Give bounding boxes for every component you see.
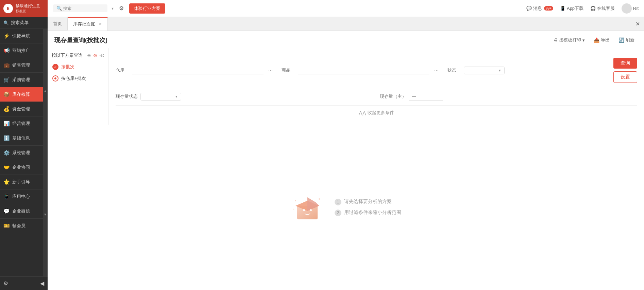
online-service-label: 在线客服 bbox=[597, 5, 615, 12]
scheme-item-batch[interactable]: 按批次 bbox=[48, 61, 108, 73]
tab-home-label: 首页 bbox=[53, 21, 62, 26]
print-label: 按模板打印 bbox=[559, 37, 581, 43]
sidebar-item-newguide[interactable]: 🌟 新手引导 bbox=[0, 175, 43, 189]
scroll-up-arrow[interactable]: ▲ bbox=[43, 29, 48, 153]
print-action-btn[interactable]: 🖨 按模板打印 ▾ bbox=[550, 36, 588, 44]
add-scheme-icon[interactable]: ⊕ bbox=[87, 53, 91, 58]
search-icon: 🔍 bbox=[3, 20, 9, 25]
tip-text-1: 请先选择要分析的方案 bbox=[344, 199, 392, 205]
sidebar-item-marketing[interactable]: 📢 营销推广 bbox=[0, 43, 43, 58]
warehouse-filter-input[interactable] bbox=[132, 66, 264, 74]
sidebar-item-member[interactable]: 🎫 畅会员 bbox=[0, 219, 43, 233]
stock-status-chevron-icon: ▾ bbox=[175, 94, 177, 99]
settings-scheme-icon[interactable]: ⊛ bbox=[93, 53, 97, 58]
scheme-item-warehouse-batch[interactable]: 按仓库+批次 bbox=[48, 73, 108, 84]
tab-close-all-button[interactable]: ✕ bbox=[631, 17, 644, 31]
newguide-icon: 🌟 bbox=[3, 179, 10, 185]
quicknav-icon: ⚡ bbox=[3, 33, 10, 39]
sidebar-item-label: 采购管理 bbox=[12, 77, 30, 83]
sidebar-item-label: 销售管理 bbox=[12, 62, 30, 68]
filter-stock-status-group: 现存量状态 ▾ bbox=[116, 93, 373, 101]
empty-tips: 1 请先选择要分析的方案 2 用过滤条件来缩小分析范围 bbox=[335, 199, 401, 216]
page-header: 现存量查询(按批次) 🖨 按模板打印 ▾ 📤 导出 🔄 刷新 bbox=[48, 31, 644, 48]
svg-point-7 bbox=[293, 209, 294, 210]
sidebar-item-basic[interactable]: ℹ️ 基础信息 bbox=[0, 131, 43, 146]
user-avatar bbox=[622, 3, 632, 14]
main-container: 🔍 ▾ ⚙ 体验行业方案 💬 消息 99+ 📱 App下载 🎧 在线客服 Rit bbox=[48, 0, 644, 290]
scheme-dot-batch bbox=[52, 64, 58, 70]
topbar-chevron-icon[interactable]: ▾ bbox=[112, 6, 114, 11]
sidebar-scroll-arrows: ▲ ▼ bbox=[43, 29, 48, 276]
product-filter-input[interactable] bbox=[298, 66, 429, 74]
empty-state-icon bbox=[290, 191, 324, 224]
sidebar-item-label: 基础信息 bbox=[12, 135, 30, 141]
app-logo: 6 bbox=[3, 4, 13, 13]
sidebar-item-appcenter[interactable]: 📱 应用中心 bbox=[0, 189, 43, 204]
topbar-search-icon: 🔍 bbox=[56, 6, 62, 11]
tip-number-1: 1 bbox=[335, 199, 341, 205]
tab-inventory-batch[interactable]: 库存批次账 ✕ bbox=[68, 17, 108, 31]
scheme-panel-title: 按以下方案查询 bbox=[52, 52, 83, 58]
tab-inventory-batch-label: 库存批次账 bbox=[73, 21, 95, 26]
sidebar-item-inventory[interactable]: 📦 库存核算 bbox=[0, 87, 43, 102]
filter-product-group: 商品 ··· bbox=[282, 66, 441, 74]
sidebar-item-operations[interactable]: 📊 经营管理 bbox=[0, 116, 43, 131]
settings-button[interactable]: 设置 bbox=[613, 71, 637, 83]
svg-point-6 bbox=[319, 198, 320, 200]
collapse-conditions-btn[interactable]: ⋀⋀ 收起更多条件 bbox=[355, 108, 397, 117]
sidebar-item-system[interactable]: ⚙️ 系统管理 bbox=[0, 146, 43, 160]
export-action-btn[interactable]: 📤 导出 bbox=[591, 36, 612, 44]
finance-icon: 💰 bbox=[3, 106, 10, 112]
collapse-sidebar-icon[interactable]: ◀ bbox=[40, 280, 44, 287]
sidebar-header: 6 畅康通好生意 标准版 bbox=[0, 0, 48, 17]
topbar-search-box[interactable]: 🔍 bbox=[53, 4, 107, 12]
trial-industry-button[interactable]: 体验行业方案 bbox=[129, 3, 165, 14]
sidebar-item-label: 经营管理 bbox=[12, 121, 30, 127]
user-name: Rit bbox=[633, 6, 639, 11]
app-download-item[interactable]: 📱 App下载 bbox=[560, 5, 583, 12]
sidebar-item-label: 库存核算 bbox=[12, 91, 30, 97]
product-more-icon[interactable]: ··· bbox=[432, 67, 441, 74]
warehouse-filter-label: 仓库 bbox=[116, 67, 129, 73]
query-button[interactable]: 查询 bbox=[613, 58, 637, 69]
sidebar-search-item[interactable]: 🔍 搜索菜单 bbox=[0, 17, 48, 29]
refresh-action-btn[interactable]: 🔄 刷新 bbox=[616, 36, 637, 44]
sidebar-item-sales[interactable]: 💼 销售管理 bbox=[0, 58, 43, 73]
svg-point-3 bbox=[303, 209, 305, 211]
settings-footer-icon[interactable]: ⚙ bbox=[3, 280, 8, 287]
filter-row-1: 仓库 ··· 商品 ··· 状态 ▾ bbox=[116, 53, 637, 88]
tab-close-icon[interactable]: ✕ bbox=[99, 22, 102, 26]
online-service-item[interactable]: 🎧 在线客服 bbox=[590, 5, 615, 12]
user-item[interactable]: Rit bbox=[622, 3, 639, 14]
collapse-scheme-icon[interactable]: ≪ bbox=[99, 53, 104, 58]
status-filter-select[interactable]: ▾ bbox=[464, 67, 505, 74]
sidebar-item-label: 应用中心 bbox=[12, 194, 30, 200]
messages-label: 消息 bbox=[533, 5, 542, 12]
stock-qty-from-input[interactable] bbox=[409, 92, 443, 101]
operations-icon: 📊 bbox=[3, 121, 10, 127]
scroll-down-arrow[interactable]: ▼ bbox=[43, 153, 48, 277]
sidebar-item-label: 企业微信 bbox=[12, 208, 30, 214]
refresh-icon: 🔄 bbox=[618, 37, 624, 43]
status-chevron-icon: ▾ bbox=[499, 68, 501, 73]
sidebar-item-label: 快捷导航 bbox=[12, 33, 30, 39]
collapse-up-icon: ⋀⋀ bbox=[359, 110, 366, 115]
topbar-search-input[interactable] bbox=[63, 6, 101, 11]
topbar-gear-icon[interactable]: ⚙ bbox=[119, 5, 124, 12]
warehouse-more-icon[interactable]: ··· bbox=[266, 67, 275, 74]
tab-home[interactable]: 首页 bbox=[48, 17, 68, 30]
messages-item[interactable]: 💬 消息 99+ bbox=[526, 5, 553, 12]
range-dash: — bbox=[446, 94, 453, 99]
empty-tip-2: 2 用过滤条件来缩小分析范围 bbox=[335, 210, 401, 216]
service-icon: 🎧 bbox=[590, 6, 596, 11]
print-icon: 🖨 bbox=[553, 37, 558, 43]
sidebar-item-finance[interactable]: 💰 资金管理 bbox=[0, 102, 43, 116]
stock-status-select[interactable]: ▾ bbox=[140, 93, 181, 101]
sidebar-item-purchase[interactable]: 🛒 采购管理 bbox=[0, 73, 43, 87]
product-filter-label: 商品 bbox=[282, 67, 295, 73]
sidebar-item-corpwechat[interactable]: 💬 企业微信 bbox=[0, 204, 43, 219]
corpwechat-icon: 💬 bbox=[3, 208, 10, 214]
export-label: 导出 bbox=[601, 37, 610, 43]
sidebar-item-enterprise[interactable]: 🤝 企业协同 bbox=[0, 160, 43, 175]
sidebar-item-quicknav[interactable]: ⚡ 快捷导航 bbox=[0, 29, 43, 43]
